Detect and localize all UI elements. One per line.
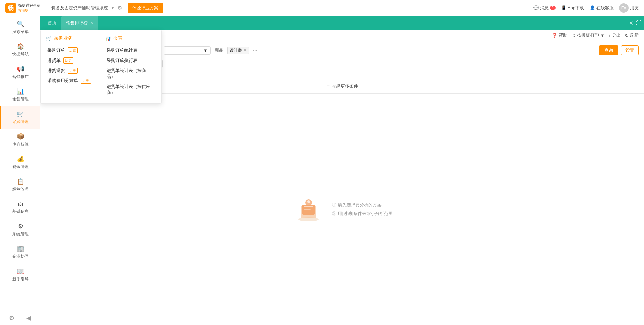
print-dropdown-arrow[interactable]: ▼ [600,33,605,38]
tab-close-icon[interactable]: ✕ [90,21,93,25]
dropdown-purchase-order[interactable]: 采购订单 历史 [46,45,97,55]
sidebar-item-capital[interactable]: 💰 资金管理 [0,151,40,174]
export-label: 导出 [612,32,621,38]
inbound-label: 进货单 [47,57,61,64]
dropdown-inbound[interactable]: 进货单 历史 [46,55,97,66]
setting-btn[interactable]: 设置 [621,45,639,55]
svg-rect-4 [304,209,311,210]
goods-chip-close[interactable]: ✕ [243,48,247,53]
sidebar-item-system-label: 系统管理 [12,231,29,237]
doc-status-arrow: ▼ [203,48,208,53]
sidebar-item-guide[interactable]: 📖 新手引导 [0,263,40,286]
sidebar-item-operations[interactable]: 📋 经营管理 [0,174,40,196]
dropdown-order-stats[interactable]: 采购订单统计表 [105,45,156,55]
purchase-dropdown: 🛒 采购业务 采购订单 历史 进货单 历史 进货退货 历史 采购费用分摊单 [40,30,162,104]
tab-bar-close-icon[interactable]: ✕ [629,20,633,26]
app-download-btn[interactable]: 📱 App下载 [561,5,584,11]
message-btn[interactable]: 💬 消息 9 [533,5,556,11]
order-stats-label: 采购订单统计表 [107,47,137,53]
sidebar: 🔍 搜索菜单 🏠 快捷导航 📢 营销推广 📊 销售管理 🛒 采购管理 📦 库存核… [0,16,40,325]
main-layout: 🔍 搜索菜单 🏠 快捷导航 📢 营销推广 📊 销售管理 🛒 采购管理 📦 库存核… [0,16,644,325]
history-badge-inbound: 历史 [63,57,73,64]
empty-tip-2: 用[过滤]条件来缩小分析范围 [332,209,393,218]
empty-state: 请先选择要分析的方案 用[过滤]条件来缩小分析范围 [40,94,644,325]
title-dropdown-arrow[interactable]: ▼ [111,6,115,10]
dropdown-report-section: 📊 报表 采购订单统计表 采购订单执行表 进货单统计表（按商品） 进货单统计表（… [105,35,156,98]
sidebar-item-sales[interactable]: 📊 销售管理 [0,84,40,106]
goods-more-btn[interactable]: ··· [253,47,257,53]
collapse-btn[interactable]: ⌃ 收起更多条件 [327,83,358,89]
sidebar-item-inventory[interactable]: 📦 库存核算 [0,129,40,151]
user-btn[interactable]: Ea 用友 [619,3,639,13]
sidebar-item-system[interactable]: ⚙ 系统管理 [0,218,40,241]
sidebar-bottom: ⚙ ◀ [0,311,40,325]
marketing-icon: 📢 [17,65,24,73]
report-section-icon: 📊 [105,36,111,41]
goods-chip[interactable]: 设计叢 ✕ [227,47,249,54]
logo-text: 畅捷通好生意 标准版 [18,3,40,12]
purchase-order-label: 采购订单 [47,47,65,53]
sidebar-item-enterprise[interactable]: 🏢 企业协同 [0,241,40,263]
export-btn[interactable]: ↑ 导出 [609,32,621,38]
order-exec-label: 采购订单执行表 [107,57,137,64]
sidebar-item-quick[interactable]: 🏠 快捷导航 [0,39,40,61]
print-label: 按模板打印 [577,32,599,38]
sidebar-item-search[interactable]: 🔍 搜索菜单 [0,16,40,39]
print-icon: 🖨 [571,33,576,38]
dropdown-inbound-stats-goods[interactable]: 进货单统计表（按商品） [105,66,156,82]
user-label: 用友 [630,5,639,11]
sidebar-item-marketing-label: 营销推广 [12,74,29,80]
dropdown-return[interactable]: 进货退货 历史 [46,66,97,76]
gear-icon[interactable]: ⚙ [117,5,122,11]
collapse-sidebar-btn[interactable]: ◀ [26,314,31,322]
capital-icon: 💰 [17,155,24,163]
service-btn[interactable]: 👤 在线客服 [589,5,614,11]
search-icon: 🔍 [17,20,24,28]
message-icon: 💬 [533,5,539,10]
operations-icon: 📋 [17,178,24,185]
sidebar-item-guide-label: 新手引导 [12,276,29,282]
dropdown-order-exec[interactable]: 采购订单执行表 [105,55,156,66]
filter-actions: 查询 设置 [599,45,639,55]
return-label: 进货退货 [47,68,65,74]
sidebar-item-enterprise-label: 企业协同 [12,254,29,259]
sidebar-item-capital-label: 资金管理 [12,164,29,170]
tab-bar: 首页 销售排行榜 ✕ ✕ ⛶ [40,16,644,30]
system-title-area: 装备及固定资产辅助管理系统 ▼ ⚙ 体验行业方案 [51,3,533,13]
dropdown-expense[interactable]: 采购费用分摊单 历史 [46,76,97,86]
refresh-btn[interactable]: ↻ 刷新 [625,32,639,38]
goods-tag-value: 设计叢 [230,48,242,53]
settings-bottom-btn[interactable]: ⚙ [9,314,14,322]
service-icon: 👤 [589,5,595,10]
query-btn[interactable]: 查询 [599,45,618,55]
tab-bar-fullscreen-icon[interactable]: ⛶ [636,20,641,26]
svg-rect-3 [304,206,313,207]
enterprise-icon: 🏢 [17,245,24,252]
sidebar-item-inventory-label: 库存核算 [12,141,29,147]
message-badge: 9 [550,6,556,10]
purchase-section-icon: 🛒 [46,36,52,41]
tab-bar-right: ✕ ⛶ [629,20,641,26]
print-btn[interactable]: 🖨 按模板打印 ▼ [571,32,605,38]
empty-tip-1: 请先选择要分析的方案 [332,201,393,209]
industry-btn[interactable]: 体验行业方案 [128,3,163,13]
export-icon: ↑ [609,33,611,38]
help-btn[interactable]: ❓ 帮助 [552,32,567,38]
tab-sales-rank[interactable]: 销售排行榜 ✕ [61,16,98,30]
dropdown-inbound-stats-supplier[interactable]: 进货单统计表（按供应商） [105,82,156,98]
sidebar-item-basic[interactable]: 🗂 基础信息 [0,196,40,218]
basic-icon: 🗂 [17,200,24,207]
top-header: 畅 畅捷通好生意 标准版 装备及固定资产辅助管理系统 ▼ ⚙ 体验行业方案 💬 … [0,0,644,16]
expense-label: 采购费用分摊单 [47,78,78,84]
sidebar-item-sales-label: 销售管理 [12,96,29,102]
tab-sales-rank-label: 销售排行榜 [66,20,88,26]
tab-home[interactable]: 首页 [43,16,61,30]
purchase-icon: 🛒 [17,110,24,118]
refresh-icon: ↻ [625,33,629,38]
sidebar-item-marketing[interactable]: 📢 营销推广 [0,61,40,84]
doc-status-select[interactable]: ▼ [164,46,211,55]
app-label: App下载 [568,5,584,11]
logo-icon: 畅 [5,3,16,13]
history-badge-purchase-order: 历史 [68,47,78,53]
sidebar-item-purchase[interactable]: 🛒 采购管理 [0,106,40,129]
